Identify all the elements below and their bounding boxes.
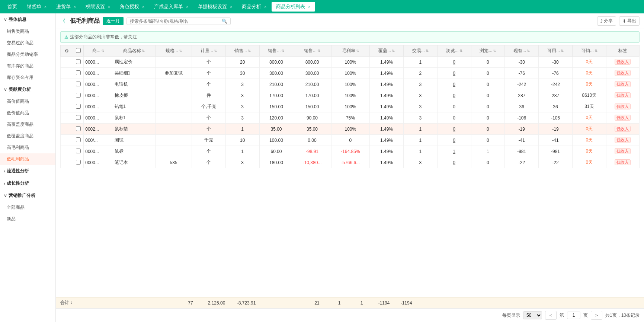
select-all-checkbox[interactable] [76,48,81,53]
sidebar-item-stock-goods[interactable]: 有库存的商品 [0,60,55,72]
row-browse1-9[interactable]: 0 [437,157,471,168]
row-available-8: -981 [539,146,573,157]
row-name-5[interactable]: 鼠标1 [113,112,156,124]
page-number-input[interactable] [567,312,580,319]
sidebar-group-marketing[interactable]: ∨ 营销推广分析 [0,189,55,202]
row-browse1-3[interactable]: 0 [437,90,471,101]
col-browse1: 浏览...⇅ [437,45,471,57]
nav-permissions[interactable]: 权限设置 × [81,2,115,12]
row-checkbox-9[interactable] [73,157,84,168]
row-checkbox-8[interactable] [73,146,84,157]
prev-page-button[interactable]: ＜ [545,311,557,320]
sidebar-item-stock-capital[interactable]: 库存资金占用 [0,72,55,83]
nav-template[interactable]: 单据模板设置 × [193,2,237,12]
sort-current-icon[interactable]: ⇅ [527,49,530,53]
row-checkbox-4[interactable] [73,101,84,112]
row-name-2[interactable]: 电话机 [113,79,156,90]
sidebar-group-overall[interactable]: ∨ 整体信息 [0,13,55,26]
sort-spec-icon[interactable]: ⇅ [179,49,182,53]
nav-roles[interactable]: 角色授权 × [115,2,149,12]
row-checkbox-5[interactable] [73,112,84,124]
sidebar-item-high-coverage[interactable]: 高覆盖度商品 [0,119,55,130]
sort-sales-profit-icon[interactable]: ⇅ [317,49,320,53]
row-checkbox-3[interactable] [73,90,84,101]
row-name-7[interactable]: 测试 [113,135,156,146]
sort-browse1-icon[interactable]: ⇅ [459,49,462,53]
row-name-1[interactable]: 吴细细1 [113,68,156,79]
nav-goods-analysis[interactable]: 商品分析 × [237,2,271,12]
nav-purchase[interactable]: 进货单 × [52,2,80,12]
nav-product-entry[interactable]: 产成品入库单 × [150,2,193,12]
col-checkbox[interactable] [73,45,84,57]
sort-code-icon[interactable]: ⇅ [101,49,104,53]
close-purchase-icon[interactable]: × [74,4,76,9]
row-tag-2: 低收入 [606,79,639,90]
collapse-sidebar-button[interactable]: 《 [60,18,65,25]
next-page-button[interactable]: ＞ [591,311,602,320]
col-settings[interactable]: ⚙ [61,45,73,57]
row-checkbox-1[interactable] [73,68,84,79]
sidebar-group-circulation[interactable]: › 流通性分析 [0,165,55,177]
sidebar-item-category-rate[interactable]: 商品分类助销率 [0,49,55,60]
search-icon[interactable]: 🔍 [222,19,227,24]
sidebar-item-high-margin[interactable]: 高毛利商品 [0,142,55,153]
row-browse1-2[interactable]: 0 [437,79,471,90]
sort-browse2-icon[interactable]: ⇅ [493,49,496,53]
sidebar-item-sales-goods[interactable]: 销售类商品 [0,26,55,37]
sort-transaction-icon[interactable]: ⇅ [426,49,429,53]
row-name-0[interactable]: 属性定价 [113,57,156,68]
sidebar-group-growth[interactable]: › 成长性分析 [0,177,55,189]
time-filter-button[interactable]: 近一月 [103,17,124,25]
close-template-icon[interactable]: × [230,4,232,9]
settings-icon[interactable]: ⚙ [65,48,69,54]
row-browse1-4[interactable]: 0 [437,101,471,112]
close-roles-icon[interactable]: × [142,4,144,9]
row-name-9[interactable]: 笔记本 [113,157,156,168]
sort-coverage-icon[interactable]: ⇅ [392,49,395,53]
sidebar-item-low-coverage[interactable]: 低覆盖度商品 [0,130,55,142]
row-browse1-6[interactable]: 0 [437,124,471,135]
close-product-entry-icon[interactable]: × [186,4,188,9]
row-browse1-8[interactable]: 1 [437,146,471,157]
row-spec-2 [156,79,192,90]
sidebar-item-all-goods[interactable]: 全部商品 [0,202,55,213]
row-checkbox-7[interactable] [73,135,84,146]
sort-saleable-icon[interactable]: ⇅ [595,49,597,53]
sort-name-icon[interactable]: ⇅ [142,49,145,53]
sort-gross-margin-icon[interactable]: ⇅ [356,49,359,53]
sidebar-item-new-goods[interactable]: 新品 [0,213,55,225]
close-goods-analysis-list-icon[interactable]: × [308,4,310,9]
row-name-6[interactable]: 鼠标垫 [113,124,156,135]
sort-available-icon[interactable]: ⇅ [561,49,564,53]
export-button[interactable]: ⬇ 导出 [619,16,640,26]
sort-sales-qty-icon[interactable]: ⇅ [248,49,251,53]
nav-home[interactable]: 首页 [3,2,22,12]
close-goods-analysis-icon[interactable]: × [264,4,266,9]
row-name-4[interactable]: 铅笔1 [113,101,156,112]
row-checkbox-2[interactable] [73,79,84,90]
sidebar-item-high-value[interactable]: 高价值商品 [0,96,55,107]
row-browse1-7[interactable]: 0 [437,135,471,146]
nav-goods-analysis-list[interactable]: 商品分析列表 × [272,2,315,12]
row-browse1-5[interactable]: 0 [437,112,471,124]
sidebar-item-traded-goods[interactable]: 交易过的商品 [0,37,55,49]
row-browse1-0[interactable]: 0 [437,57,471,68]
row-checkbox-0[interactable] [73,57,84,68]
sort-unit-icon[interactable]: ⇅ [214,49,217,53]
row-browse1-1[interactable]: 0 [437,68,471,79]
share-button[interactable]: ⤴ 分享 [597,16,616,26]
sidebar-group-contribution[interactable]: ∨ 美献度分析 [0,83,55,96]
sidebar-item-low-value[interactable]: 低价值商品 [0,107,55,119]
close-permissions-icon[interactable]: × [108,4,110,9]
total-info: 共1页，10条记录 [605,312,640,319]
sidebar-item-low-margin[interactable]: 低毛利商品 [0,153,55,165]
row-name-3[interactable]: 橡皮擦 [113,90,156,101]
sort-sales-price-icon[interactable]: ⇅ [281,49,284,53]
nav-sales[interactable]: 销货单 × [22,2,51,12]
col-current-label: 现有... [513,48,526,54]
row-name-8[interactable]: 鼠标 [113,146,156,157]
page-size-select[interactable]: 50 100 200 [523,311,542,319]
row-checkbox-6[interactable] [73,124,84,135]
search-input[interactable] [130,19,220,24]
close-sales-icon[interactable]: × [44,4,47,9]
